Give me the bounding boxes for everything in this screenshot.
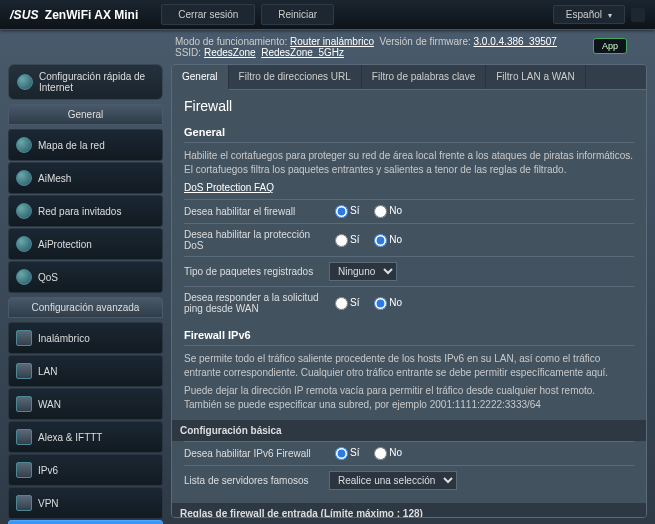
logout-button[interactable]: Cerrar sesión bbox=[161, 4, 255, 25]
menu-icon bbox=[16, 396, 32, 412]
enable-ipv6fw-label: Desea habilitar IPv6 Firewall bbox=[184, 448, 329, 459]
enable-firewall-yes[interactable] bbox=[335, 205, 348, 218]
sidebar-header-general: General bbox=[8, 104, 163, 125]
ssid-label: SSID: bbox=[175, 47, 201, 58]
sidebar-item-mapa-de-la-red[interactable]: Mapa de la red bbox=[8, 129, 163, 161]
fw-value[interactable]: 3.0.0.4.386_39507 bbox=[474, 36, 557, 47]
famous-servers-label: Lista de servidores famosos bbox=[184, 475, 329, 486]
pkt-type-label: Tipo de paquetes registrados bbox=[184, 266, 329, 277]
tab-general[interactable]: General bbox=[172, 65, 229, 90]
enable-dos-label: Desea habilitar la protección DoS bbox=[184, 229, 329, 251]
famous-servers-select[interactable]: Realice una selección bbox=[329, 471, 457, 490]
product-name: ZenWiFi AX Mini bbox=[45, 8, 138, 22]
fw-label: Versión de firmware: bbox=[380, 36, 471, 47]
ping-wan-no[interactable] bbox=[374, 297, 387, 310]
menu-icon bbox=[16, 137, 32, 153]
sidebar-item-red-para-invitados[interactable]: Red para invitados bbox=[8, 195, 163, 227]
menu-icon bbox=[16, 330, 32, 346]
bar-inbound-rules: Reglas de firewall de entrada (Límite má… bbox=[172, 503, 646, 518]
dos-faq-link[interactable]: DoS Protection FAQ bbox=[184, 182, 274, 193]
sidebar-item-wan[interactable]: WAN bbox=[8, 388, 163, 420]
menu-icon bbox=[16, 363, 32, 379]
enable-ipv6fw-yes[interactable] bbox=[335, 447, 348, 460]
pkt-type-select[interactable]: Ninguno bbox=[329, 262, 397, 281]
menu-icon bbox=[16, 269, 32, 285]
ipv6-desc2: Puede dejar la dirección IP remota vacía… bbox=[184, 384, 634, 412]
sidebar-item-firewall[interactable]: Firewall bbox=[8, 520, 163, 524]
bar-basic-config: Configuración básica bbox=[172, 420, 646, 441]
menu-icon bbox=[16, 429, 32, 445]
tab-filtro-lan-a-wan[interactable]: Filtro LAN a WAN bbox=[486, 65, 586, 89]
sidebar-item-aimesh[interactable]: AiMesh bbox=[8, 162, 163, 194]
mode-value[interactable]: Router inalámbrico bbox=[290, 36, 374, 47]
reboot-button[interactable]: Reiniciar bbox=[261, 4, 334, 25]
ssid2[interactable]: RedesZone_5GHz bbox=[261, 47, 344, 58]
sidebar-item-aiprotection[interactable]: AiProtection bbox=[8, 228, 163, 260]
enable-firewall-label: Desea habilitar el firewall bbox=[184, 206, 329, 217]
sidebar-item-inal-mbrico[interactable]: Inalámbrico bbox=[8, 322, 163, 354]
gear-icon bbox=[17, 74, 33, 90]
sidebar-item-alexa-ifttt[interactable]: Alexa & IFTTT bbox=[8, 421, 163, 453]
ping-wan-yes[interactable] bbox=[335, 297, 348, 310]
menu-icon bbox=[16, 462, 32, 478]
ssid1[interactable]: RedesZone bbox=[204, 47, 256, 58]
quick-label: Configuración rápida de Internet bbox=[39, 71, 154, 93]
sidebar-item-lan[interactable]: LAN bbox=[8, 355, 163, 387]
quick-internet-setup[interactable]: Configuración rápida de Internet bbox=[8, 64, 163, 100]
usb-icon[interactable] bbox=[631, 8, 645, 22]
sidebar-item-qos[interactable]: QoS bbox=[8, 261, 163, 293]
enable-dos-yes[interactable] bbox=[335, 234, 348, 247]
sidebar-item-vpn[interactable]: VPN bbox=[8, 487, 163, 519]
enable-firewall-no[interactable] bbox=[374, 205, 387, 218]
sidebar-header-advanced: Configuración avanzada bbox=[8, 297, 163, 318]
ipv6-desc1: Se permite todo el tráfico saliente proc… bbox=[184, 352, 634, 380]
sidebar-item-ipv6[interactable]: IPv6 bbox=[8, 454, 163, 486]
tab-filtro-de-palabras-clave[interactable]: Filtro de palabras clave bbox=[362, 65, 486, 89]
mode-label: Modo de funcionamiento: bbox=[175, 36, 287, 47]
section-general: General bbox=[184, 122, 634, 143]
language-select[interactable]: Español bbox=[553, 5, 625, 24]
enable-ipv6fw-no[interactable] bbox=[374, 447, 387, 460]
menu-icon bbox=[16, 495, 32, 511]
page-title: Firewall bbox=[184, 98, 634, 114]
app-badge[interactable]: App bbox=[593, 38, 627, 54]
menu-icon bbox=[16, 236, 32, 252]
tab-filtro-de-direcciones-url[interactable]: Filtro de direcciones URL bbox=[229, 65, 362, 89]
section-ipv6: Firewall IPv6 bbox=[184, 325, 634, 346]
general-desc: Habilite el cortafuegos para proteger su… bbox=[184, 149, 634, 177]
brand-logo: /SUS bbox=[10, 8, 39, 22]
enable-dos-no[interactable] bbox=[374, 234, 387, 247]
ping-wan-label: Desea responder a la solicitud ping desd… bbox=[184, 292, 329, 314]
menu-icon bbox=[16, 170, 32, 186]
menu-icon bbox=[16, 203, 32, 219]
